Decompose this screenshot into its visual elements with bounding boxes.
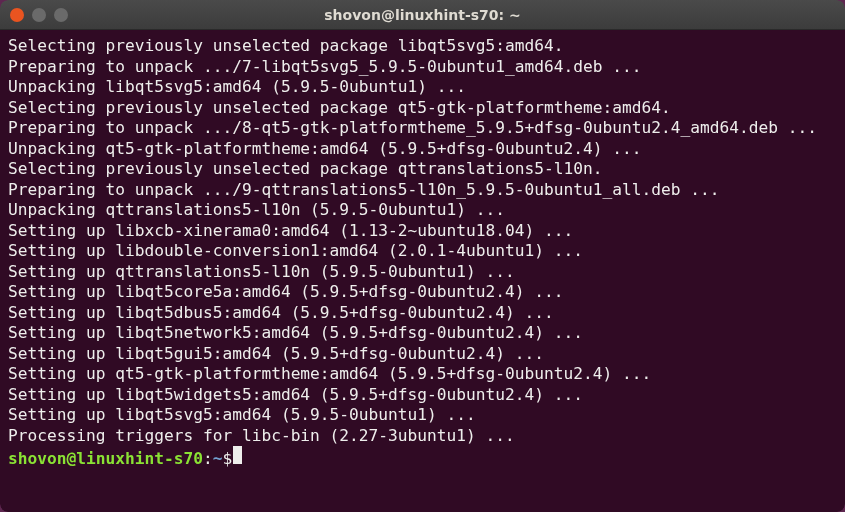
titlebar: shovon@linuxhint-s70: ~ xyxy=(0,0,845,30)
window-controls xyxy=(0,8,68,22)
terminal-line: Setting up libqt5core5a:amd64 (5.9.5+dfs… xyxy=(8,282,837,303)
minimize-button[interactable] xyxy=(32,8,46,22)
prompt-end: $ xyxy=(222,449,232,470)
terminal-line: Processing triggers for libc-bin (2.27-3… xyxy=(8,426,837,447)
prompt-path: ~ xyxy=(213,449,223,470)
terminal-line: Unpacking libqt5svg5:amd64 (5.9.5-0ubunt… xyxy=(8,77,837,98)
terminal-line: Unpacking qttranslations5-l10n (5.9.5-0u… xyxy=(8,200,837,221)
terminal-line: Setting up libqt5widgets5:amd64 (5.9.5+d… xyxy=(8,385,837,406)
terminal-body[interactable]: Selecting previously unselected package … xyxy=(0,30,845,512)
terminal-line: Selecting previously unselected package … xyxy=(8,36,837,57)
window-title: shovon@linuxhint-s70: ~ xyxy=(0,7,845,23)
terminal-line: Setting up libdouble-conversion1:amd64 (… xyxy=(8,241,837,262)
close-button[interactable] xyxy=(10,8,24,22)
terminal-window: shovon@linuxhint-s70: ~ Selecting previo… xyxy=(0,0,845,512)
terminal-line: Preparing to unpack .../8-qt5-gtk-platfo… xyxy=(8,118,837,139)
prompt-line: shovon@linuxhint-s70:~$ xyxy=(8,446,837,470)
terminal-line: Setting up qt5-gtk-platformtheme:amd64 (… xyxy=(8,364,837,385)
terminal-line: Setting up libqt5dbus5:amd64 (5.9.5+dfsg… xyxy=(8,303,837,324)
terminal-line: Setting up libxcb-xinerama0:amd64 (1.13-… xyxy=(8,221,837,242)
terminal-line: Preparing to unpack .../7-libqt5svg5_5.9… xyxy=(8,57,837,78)
terminal-line: Selecting previously unselected package … xyxy=(8,159,837,180)
terminal-line: Selecting previously unselected package … xyxy=(8,98,837,119)
terminal-line: Setting up libqt5gui5:amd64 (5.9.5+dfsg-… xyxy=(8,344,837,365)
terminal-line: Setting up libqt5network5:amd64 (5.9.5+d… xyxy=(8,323,837,344)
cursor-icon xyxy=(233,446,242,464)
terminal-line: Preparing to unpack .../9-qttranslations… xyxy=(8,180,837,201)
prompt-separator: : xyxy=(203,449,213,470)
prompt-user-host: shovon@linuxhint-s70 xyxy=(8,449,203,470)
maximize-button[interactable] xyxy=(54,8,68,22)
terminal-output: Selecting previously unselected package … xyxy=(8,36,837,446)
terminal-line: Setting up qttranslations5-l10n (5.9.5-0… xyxy=(8,262,837,283)
terminal-line: Setting up libqt5svg5:amd64 (5.9.5-0ubun… xyxy=(8,405,837,426)
terminal-line: Unpacking qt5-gtk-platformtheme:amd64 (5… xyxy=(8,139,837,160)
